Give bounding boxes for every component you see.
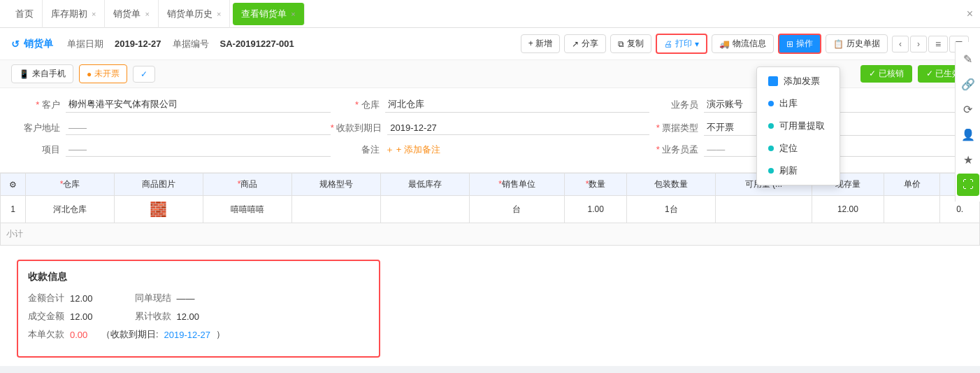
date-value: 2019-12-27 xyxy=(115,38,161,49)
history-button[interactable]: 📋 历史单据 xyxy=(826,34,888,53)
sales-order-icon: ↺ xyxy=(11,38,20,50)
row-quantity: 1.00 xyxy=(565,196,627,223)
menu-available-pick[interactable]: 可用量提取 xyxy=(757,115,840,137)
deal-amount-field: 成交金额 12.00 xyxy=(28,310,93,323)
cumulative-value: 12.00 xyxy=(177,311,200,322)
customer-addr-label: 客户地址 xyxy=(11,122,60,134)
list-view-button[interactable]: ≡ xyxy=(928,36,948,52)
balance-note-text: （收款到期日: xyxy=(101,328,159,341)
outbound-icon xyxy=(768,101,774,106)
note-label: 备注 xyxy=(331,143,380,156)
payment-title: 收款信息 xyxy=(28,271,369,283)
menu-locate[interactable]: 定位 xyxy=(757,137,840,160)
prev-button[interactable]: ‹ xyxy=(892,36,909,52)
tab-inventory-init[interactable]: 库存期初 × xyxy=(43,0,105,28)
close-window-button[interactable]: × xyxy=(967,8,973,20)
warehouse-field: 仓库 河北仓库 xyxy=(331,97,650,113)
operations-button[interactable]: ⊞ 操作 xyxy=(778,34,821,54)
menu-outbound[interactable]: 出库 xyxy=(757,92,840,115)
print-button[interactable]: 🖨 打印 ▾ xyxy=(656,34,707,54)
from-mobile-button[interactable]: 📱 来自手机 xyxy=(11,64,73,83)
tab-bar: 首页 库存期初 × 销货单 × 销货单历史 × 查看销货单 × × xyxy=(0,0,980,28)
tab-view-sales[interactable]: 查看销货单 × xyxy=(233,3,304,25)
same-order-value: —— xyxy=(177,293,195,304)
refresh-icon xyxy=(768,168,774,174)
project-label: 项目 xyxy=(11,143,60,156)
sidebar-expand-icon[interactable]: ⛶ xyxy=(957,174,979,196)
total-label: 金额合计 xyxy=(28,292,64,304)
copy-icon: ⧉ xyxy=(618,39,624,49)
check-icon-button[interactable]: ✓ xyxy=(133,66,155,83)
col-quantity: *数量 xyxy=(565,174,627,196)
row-pack-qty: 1台 xyxy=(627,196,716,223)
row-spec xyxy=(291,196,380,223)
close-tab-inventory[interactable]: × xyxy=(92,10,96,18)
balance-value: 0.00 xyxy=(70,330,87,340)
payment-date-label: 收款到期日 xyxy=(331,122,382,134)
customer-addr-value[interactable]: —— xyxy=(66,121,331,135)
menu-add-invoice[interactable]: 添加发票 xyxy=(757,70,840,92)
new-button[interactable]: + 新增 xyxy=(521,34,560,53)
tab-home[interactable]: 首页 xyxy=(7,0,43,28)
col-product-img: 商品图片 xyxy=(114,174,203,196)
subtotal-label: 小计 xyxy=(1,223,980,246)
sidebar-link-icon[interactable]: 🔗 xyxy=(957,73,979,95)
operations-grid-icon: ⊞ xyxy=(786,39,793,49)
total-field: 金额合计 12.00 xyxy=(28,292,93,304)
mobile-icon: 📱 xyxy=(19,69,29,79)
col-product: *商品 xyxy=(203,174,291,196)
tab-sales-order[interactable]: 销货单 × xyxy=(105,0,158,28)
share-icon: ↗ xyxy=(572,39,579,49)
doc-header: ↺ 销货单 单据日期 2019-12-27 单据编号 SA-20191227-0… xyxy=(0,28,980,60)
payment-row-3: 本单欠款 0.00 （收款到期日: 2019-12-27 ） xyxy=(28,328,369,341)
payment-wrapper: 收款信息 金额合计 12.00 同单现结 —— 成交金额 12.00 累计收款 xyxy=(0,246,980,366)
payment-date-value[interactable]: 2019-12-27 xyxy=(387,121,649,135)
operations-dropdown: 添加发票 出库 可用量提取 定位 刷新 xyxy=(756,66,840,185)
confirmed-check-icon: ✓ xyxy=(869,69,876,78)
balance-field: 本单欠款 0.00 （收款到期日: 2019-12-27 ） xyxy=(28,328,225,341)
add-note-icon: ＋ xyxy=(385,143,394,156)
share-button[interactable]: ↗ 分享 xyxy=(564,34,606,53)
add-note-button[interactable]: ＋ + 添加备注 xyxy=(385,143,440,156)
not-opened-button[interactable]: ● 未开票 xyxy=(79,64,127,83)
doc-meta: 单据日期 2019-12-27 单据编号 SA-20191227-001 xyxy=(67,38,521,50)
logistics-button[interactable]: 🚚 物流信息 xyxy=(712,34,774,53)
number-value: SA-20191227-001 xyxy=(220,38,294,49)
effective-check-icon: ✓ xyxy=(926,69,933,78)
close-tab-view-sales[interactable]: × xyxy=(291,10,295,18)
close-tab-sales[interactable]: × xyxy=(145,10,149,18)
number-label: 单据编号 xyxy=(173,38,209,50)
note-field: 备注 ＋ + 添加备注 xyxy=(331,143,650,156)
subtotal-row: 小计 xyxy=(1,223,980,246)
check-icon: ✓ xyxy=(140,69,147,79)
warehouse-value[interactable]: 河北仓库 xyxy=(385,97,650,113)
sidebar-user-icon[interactable]: 👤 xyxy=(957,123,979,146)
col-gear[interactable]: ⚙ xyxy=(1,174,26,196)
next-button[interactable]: › xyxy=(910,36,927,52)
sidebar-star-icon[interactable]: ★ xyxy=(957,148,979,171)
project-value[interactable]: —— xyxy=(66,143,331,157)
col-spec: 规格型号 xyxy=(291,174,380,196)
warehouse-label: 仓库 xyxy=(331,99,380,111)
sidebar-edit-icon[interactable]: ✎ xyxy=(957,48,979,70)
balance-date: 2019-12-27 xyxy=(164,330,211,340)
col-warehouse: *仓库 xyxy=(26,174,115,196)
tab-sales-history[interactable]: 销货单历史 × xyxy=(159,0,230,28)
copy-button[interactable]: ⧉ 复制 xyxy=(610,34,651,53)
customer-value[interactable]: 柳州粤港平安气体有限公司 xyxy=(66,97,331,113)
col-sales-unit: *销售单位 xyxy=(469,174,564,196)
confirmed-button[interactable]: ✓ 已核销 xyxy=(860,65,911,83)
close-tab-history[interactable]: × xyxy=(217,10,221,18)
locate-icon xyxy=(768,146,774,151)
logistics-icon: 🚚 xyxy=(719,39,730,49)
cumulative-field: 累计收款 12.00 xyxy=(135,310,200,323)
table-row: 1 河北仓库 🧱 嘻嘻嘻嘻 台 1.00 1台 12.00 0. xyxy=(1,196,980,223)
menu-refresh[interactable]: 刷新 xyxy=(757,160,840,182)
print-dropdown-icon: ▾ xyxy=(695,39,699,49)
history-icon: 📋 xyxy=(833,39,844,49)
sidebar-rotate-icon[interactable]: ⟳ xyxy=(957,98,979,120)
same-order-label: 同单现结 xyxy=(135,292,171,304)
customer-field: 客户 柳州粤港平安气体有限公司 xyxy=(11,97,331,113)
toolbar: + 新增 ↗ 分享 ⧉ 复制 🖨 打印 ▾ 🚚 物流信息 ⊞ 操作 xyxy=(521,34,969,54)
balance-note-end: ） xyxy=(216,328,225,341)
